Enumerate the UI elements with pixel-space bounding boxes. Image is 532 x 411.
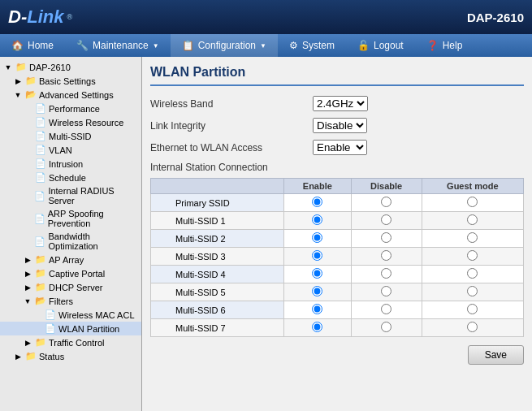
ssid-guest-4[interactable]: [422, 266, 523, 283]
captive-folder-icon: 📁: [35, 268, 46, 279]
main-layout: ▼ 📁 DAP-2610 ▶ 📁 Basic Settings ▼ 📂 Adva…: [0, 57, 532, 411]
ssid-guest-radio-6[interactable]: [467, 304, 478, 314]
filters-toggle-icon: ▼: [23, 297, 32, 305]
sidebar-item-schedule[interactable]: 📄 Schedule: [0, 171, 141, 184]
wireless-band-select[interactable]: 2.4GHz 5GHz: [313, 96, 368, 111]
sidebar-item-multi-ssid[interactable]: 📄 Multi-SSID: [0, 129, 141, 143]
ssid-enable-radio-6[interactable]: [312, 304, 322, 314]
sidebar-item-captive-portal[interactable]: ▶ 📁 Captive Portal: [0, 266, 141, 280]
ssid-guest-3[interactable]: [422, 248, 523, 266]
traffic-toggle-icon: ▶: [23, 339, 32, 347]
page-title: WLAN Partition: [150, 65, 524, 86]
nav-configuration[interactable]: 📋 Configuration ▼: [171, 34, 278, 57]
sidebar-item-advanced-settings[interactable]: ▼ 📂 Advanced Settings: [0, 88, 141, 102]
ssid-disable-5[interactable]: [351, 283, 422, 301]
content-area: WLAN Partition Wireless Band 2.4GHz 5GHz…: [142, 57, 532, 411]
system-icon: ⚙: [289, 40, 298, 51]
ssid-disable-radio-5[interactable]: [381, 286, 391, 296]
ssid-guest-6[interactable]: [422, 301, 523, 319]
ssid-disable-0[interactable]: [351, 194, 422, 212]
ssid-enable-radio-1[interactable]: [312, 214, 322, 225]
sidebar-item-vlan[interactable]: 📄 VLAN: [0, 143, 141, 157]
ssid-enable-radio-3[interactable]: [312, 250, 322, 261]
nav-system[interactable]: ⚙ System: [278, 34, 346, 57]
ssid-disable-radio-4[interactable]: [381, 268, 391, 279]
header: D-Link ® DAP-2610: [0, 0, 532, 34]
link-integrity-select[interactable]: Disable Enable: [313, 118, 367, 133]
maintenance-icon: 🔧: [76, 40, 89, 51]
arp-icon: 📄: [34, 214, 45, 224]
ssid-enable-radio-2[interactable]: [312, 232, 322, 243]
sidebar-item-intrusion[interactable]: 📄 Intrusion: [0, 157, 141, 171]
sidebar-item-wlan-partition[interactable]: 📄 WLAN Partition: [0, 322, 141, 335]
ssid-guest-5[interactable]: [422, 283, 523, 301]
sidebar-item-bandwidth[interactable]: 📄 Bandwidth Optimization: [0, 230, 141, 253]
nav-home[interactable]: 🏠 Home: [0, 34, 65, 57]
nav-help[interactable]: ❓ Help: [415, 34, 474, 57]
ssid-guest-0[interactable]: [422, 194, 523, 212]
sidebar-root[interactable]: ▼ 📁 DAP-2610: [0, 60, 141, 74]
ssid-disable-radio-1[interactable]: [381, 214, 391, 225]
ssid-enable-6[interactable]: [284, 301, 351, 319]
ssid-enable-radio-7[interactable]: [312, 322, 322, 332]
ssid-guest-radio-7[interactable]: [467, 322, 478, 332]
wireless-band-control[interactable]: 2.4GHz 5GHz: [313, 96, 368, 111]
ssid-guest-2[interactable]: [422, 230, 523, 248]
ssid-guest-radio-4[interactable]: [467, 268, 478, 279]
ssid-enable-7[interactable]: [284, 319, 351, 337]
ssid-disable-6[interactable]: [351, 301, 422, 319]
sidebar-item-basic-settings[interactable]: ▶ 📁 Basic Settings: [0, 74, 141, 88]
ethernet-wlan-select[interactable]: Enable Disable: [313, 140, 367, 155]
ssid-guest-radio-1[interactable]: [467, 214, 478, 225]
ssid-disable-1[interactable]: [351, 212, 422, 230]
link-integrity-label: Link Integrity: [150, 120, 313, 132]
sidebar-item-status[interactable]: ▶ 📁 Status: [0, 349, 141, 363]
ssid-enable-1[interactable]: [284, 212, 351, 230]
sidebar-item-performance[interactable]: 📄 Performance: [0, 102, 141, 115]
ssid-disable-radio-2[interactable]: [381, 232, 391, 243]
ssid-guest-7[interactable]: [422, 319, 523, 337]
ssid-row-6: Multi-SSID 6: [151, 301, 524, 319]
ssid-disable-4[interactable]: [351, 266, 422, 283]
save-button[interactable]: Save: [468, 345, 524, 365]
ssid-row-2: Multi-SSID 2: [151, 230, 524, 248]
nav-maintenance[interactable]: 🔧 Maintenance ▼: [65, 34, 171, 57]
ssid-guest-radio-3[interactable]: [467, 250, 478, 261]
link-integrity-row: Link Integrity Disable Enable: [150, 118, 524, 133]
ssid-enable-4[interactable]: [284, 266, 351, 283]
sidebar-item-dhcp[interactable]: ▶ 📁 DHCP Server: [0, 280, 141, 294]
ssid-enable-5[interactable]: [284, 283, 351, 301]
ssid-disable-2[interactable]: [351, 230, 422, 248]
sidebar-item-radius[interactable]: 📄 Internal RADIUS Server: [0, 184, 141, 207]
ssid-label-7: Multi-SSID 7: [151, 319, 284, 337]
ssid-guest-radio-2[interactable]: [467, 232, 478, 243]
ssid-disable-radio-6[interactable]: [381, 304, 391, 314]
sidebar-item-arp[interactable]: 📄 ARP Spoofing Prevention: [0, 207, 141, 230]
ssid-guest-radio-0[interactable]: [467, 197, 478, 207]
ssid-disable-7[interactable]: [351, 319, 422, 337]
sidebar-item-filters[interactable]: ▼ 📂 Filters: [0, 294, 141, 308]
ssid-enable-2[interactable]: [284, 230, 351, 248]
traffic-folder-icon: 📁: [35, 337, 46, 348]
ssid-guest-1[interactable]: [422, 212, 523, 230]
ap-array-folder-icon: 📁: [35, 254, 46, 265]
ssid-enable-radio-4[interactable]: [312, 268, 322, 279]
ssid-disable-3[interactable]: [351, 248, 422, 266]
ssid-disable-radio-0[interactable]: [381, 197, 391, 207]
link-integrity-control[interactable]: Disable Enable: [313, 118, 367, 133]
sidebar-item-traffic-control[interactable]: ▶ 📁 Traffic Control: [0, 335, 141, 349]
ssid-enable-3[interactable]: [284, 248, 351, 266]
ethernet-wlan-control[interactable]: Enable Disable: [313, 140, 367, 155]
status-folder-icon: 📁: [25, 351, 37, 361]
sidebar-item-wireless-resource[interactable]: 📄 Wireless Resource: [0, 115, 141, 129]
ssid-guest-radio-5[interactable]: [467, 286, 478, 296]
nav-logout[interactable]: 🔓 Logout: [346, 34, 415, 57]
ssid-disable-radio-3[interactable]: [381, 250, 391, 261]
ssid-enable-radio-5[interactable]: [312, 286, 322, 296]
ssid-enable-0[interactable]: [284, 194, 351, 212]
ssid-enable-radio-0[interactable]: [312, 197, 322, 207]
ssid-disable-radio-7[interactable]: [381, 322, 391, 332]
root-folder-icon: 📁: [15, 62, 27, 72]
sidebar-item-ap-array[interactable]: ▶ 📁 AP Array: [0, 253, 141, 266]
sidebar-item-wireless-mac-acl[interactable]: 📄 Wireless MAC ACL: [0, 308, 141, 322]
